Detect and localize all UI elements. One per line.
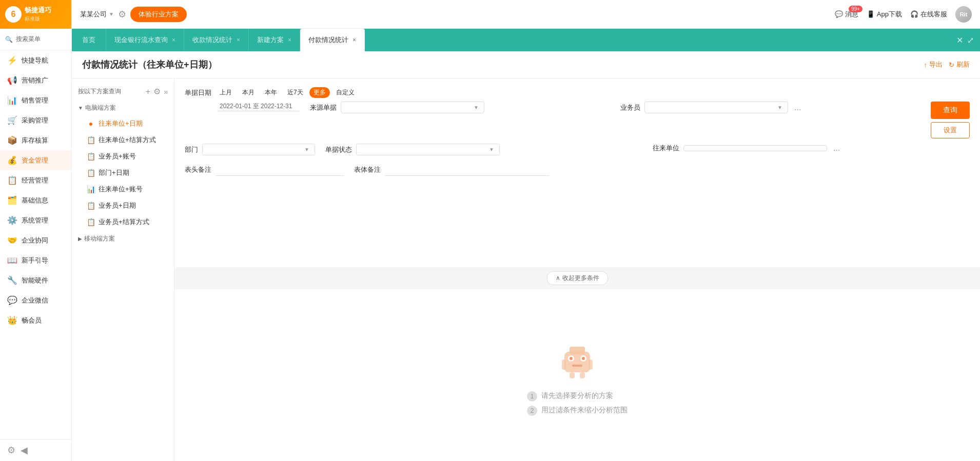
tab-new-scheme[interactable]: 新建方案 ×	[249, 29, 300, 51]
date-option-last-month[interactable]: 上月	[215, 87, 236, 98]
dept-arrow: ▼	[304, 147, 309, 152]
scheme-item-salesman-settlement[interactable]: 📋 业务员+结算方式	[72, 214, 174, 230]
sidebar-item-system[interactable]: ⚙️ 系统管理	[0, 210, 71, 230]
body-remark-input[interactable]	[385, 164, 549, 176]
page-header: 付款情况统计（往来单位+日期） ↑ 导出 ↻ 刷新	[72, 51, 980, 78]
sidebar-item-enterprise[interactable]: 🤝 企业协同	[0, 230, 71, 250]
main-content: 某某公司 ▼ ⚙ 体验行业方案 💬 消息 99+ 📱 App下载 🎧 在线客服 …	[72, 0, 980, 461]
salesman-dots[interactable]: ...	[794, 103, 801, 112]
scheme-chart-icon: 📊	[86, 185, 95, 193]
sidebar-item-inventory[interactable]: 📦 库存核算	[0, 130, 71, 150]
refresh-btn[interactable]: ↻ 刷新	[949, 60, 970, 69]
salesman-filter: 业务员 ▼ ...	[620, 102, 920, 113]
sidebar-item-operation[interactable]: 📋 经营管理	[0, 170, 71, 190]
scheme-item-counterparty-account[interactable]: 📊 往来单位+账号	[72, 181, 174, 197]
collapse-filter-button[interactable]: ∧ 收起更多条件	[547, 271, 608, 285]
panel-collapse-icon[interactable]: »	[164, 88, 168, 96]
tab-payment-stats-close[interactable]: ×	[352, 36, 356, 44]
date-option-custom[interactable]: 自定义	[332, 87, 359, 98]
search-label: 搜索菜单	[16, 35, 41, 44]
brand-name: 畅捷通巧	[25, 6, 51, 15]
profile-dropdown-icon: ▼	[109, 11, 114, 17]
dept-select[interactable]: ▼	[202, 144, 315, 155]
date-range-input[interactable]	[218, 102, 300, 111]
voucher-status-filter: 单据状态 ▼	[325, 144, 642, 155]
tab-close-all-icon[interactable]: ✕	[956, 35, 963, 45]
tab-receipt-stats[interactable]: 收款情况统计 ×	[184, 29, 249, 51]
messages-badge: 99+	[849, 6, 863, 12]
date-option-7days[interactable]: 近7天	[283, 87, 307, 98]
sidebar-item-wechat[interactable]: 💬 企业微信	[0, 290, 71, 310]
profile-text: 某某公司	[80, 10, 107, 19]
salesman-select[interactable]: ▼	[644, 102, 788, 113]
salesman-arrow: ▼	[777, 105, 782, 110]
body-wrap: 按以下方案查询 + ⚙ » ▼ 电脑端方案 ● 往来单位+日期	[72, 78, 980, 461]
desktop-group-title[interactable]: ▼ 电脑端方案	[72, 101, 174, 115]
finance-icon: 💰	[7, 155, 17, 165]
tab-bank-flow-close[interactable]: ×	[172, 36, 175, 44]
messages-btn[interactable]: 💬 消息 99+	[835, 10, 858, 19]
tab-payment-stats[interactable]: 付款情况统计 ×	[300, 29, 365, 51]
add-scheme-icon[interactable]: +	[146, 87, 150, 96]
page-actions: ↑ 导出 ↻ 刷新	[924, 60, 970, 69]
voucher-status-select[interactable]: ▼	[356, 144, 500, 155]
guide-icon: 📖	[7, 255, 17, 265]
date-option-more[interactable]: 更多	[309, 87, 330, 98]
tab-maximize-icon[interactable]: ⤢	[967, 35, 974, 45]
tab-receipt-stats-close[interactable]: ×	[237, 36, 240, 44]
search-area[interactable]: 🔍 搜索菜单	[0, 29, 71, 50]
desktop-group-label: 电脑端方案	[85, 104, 116, 112]
svg-rect-10	[580, 372, 585, 378]
search-menu-btn[interactable]: 🔍 搜索菜单	[5, 33, 66, 46]
mobile-group-title[interactable]: ▶ 移动端方案	[72, 230, 174, 247]
sidebar-item-marketing[interactable]: 📢 营销推广	[0, 70, 71, 90]
tab-new-scheme-close[interactable]: ×	[288, 36, 291, 44]
tab-bar-actions: ✕ ⤢	[950, 29, 980, 51]
query-button[interactable]: 查询	[931, 102, 970, 119]
sidebar-item-quick-nav[interactable]: ⚡ 快捷导航	[0, 50, 71, 70]
left-panel: 按以下方案查询 + ⚙ » ▼ 电脑端方案 ● 往来单位+日期	[72, 78, 174, 461]
settings-button[interactable]: 设置	[931, 122, 970, 138]
sidebar-item-label: 快捷导航	[22, 56, 48, 65]
scheme-item-counterparty-settlement[interactable]: 📋 往来单位+结算方式	[72, 132, 174, 148]
body-remark-label: 表体备注	[354, 165, 381, 174]
tab-home[interactable]: 首页	[72, 29, 106, 51]
scheme-settings-icon[interactable]: ⚙	[153, 87, 161, 96]
sidebar-item-sales[interactable]: 📊 销售管理	[0, 90, 71, 110]
sidebar-item-finance[interactable]: 💰 资金管理	[0, 150, 71, 170]
scheme-item-counterparty-date[interactable]: ● 往来单位+日期	[72, 115, 174, 132]
sidebar-item-member[interactable]: 👑 畅会员	[0, 310, 71, 330]
header-remark-input[interactable]	[215, 164, 344, 176]
footer-settings-icon[interactable]: ⚙	[7, 445, 15, 456]
online-service-btn[interactable]: 🎧 在线客服	[910, 10, 947, 19]
trial-button[interactable]: 体验行业方案	[130, 7, 187, 22]
footer-collapse-icon[interactable]: ◀	[21, 445, 28, 456]
sidebar-item-label: 企业微信	[22, 296, 48, 305]
sidebar-item-guide[interactable]: 📖 新手引导	[0, 250, 71, 270]
counterparty-select[interactable]	[683, 145, 827, 151]
scheme-item-salesman-date[interactable]: 📋 业务员+日期	[72, 197, 174, 214]
sidebar-item-basic[interactable]: 🗂️ 基础信息	[0, 190, 71, 210]
counterparty-dots[interactable]: ...	[833, 144, 840, 153]
sidebar-item-label: 营销推广	[22, 76, 48, 85]
source-voucher-select[interactable]: ▼	[341, 102, 484, 113]
sidebar-item-purchase[interactable]: 🛒 采购管理	[0, 110, 71, 130]
top-bar-right: 💬 消息 99+ 📱 App下载 🎧 在线客服 Rit	[835, 6, 972, 23]
query-btn-area: 查询 设置	[931, 102, 970, 138]
user-avatar[interactable]: Rit	[955, 6, 972, 23]
tab-bank-flow[interactable]: 现金银行流水查询 ×	[106, 29, 184, 51]
left-panel-actions: + ⚙ »	[146, 87, 168, 96]
sidebar-item-hardware[interactable]: 🔧 智能硬件	[0, 270, 71, 290]
collapse-label: 收起更多条件	[562, 274, 599, 283]
scheme-item-dept-date[interactable]: 📋 部门+日期	[72, 165, 174, 181]
date-option-this-month[interactable]: 本月	[238, 87, 259, 98]
topbar-settings-icon[interactable]: ⚙	[118, 9, 126, 20]
app-download-btn[interactable]: 📱 App下载	[867, 10, 902, 19]
tab-receipt-stats-label: 收款情况统计	[192, 35, 232, 45]
date-option-this-year[interactable]: 本年	[261, 87, 281, 98]
export-btn[interactable]: ↑ 导出	[924, 60, 943, 69]
sidebar-item-label: 新手引导	[22, 256, 48, 265]
voucher-date-label: 单据日期	[185, 88, 211, 97]
scheme-item-salesman-account[interactable]: 📋 业务员+账号	[72, 148, 174, 165]
profile-area[interactable]: 某某公司 ▼	[80, 10, 114, 19]
